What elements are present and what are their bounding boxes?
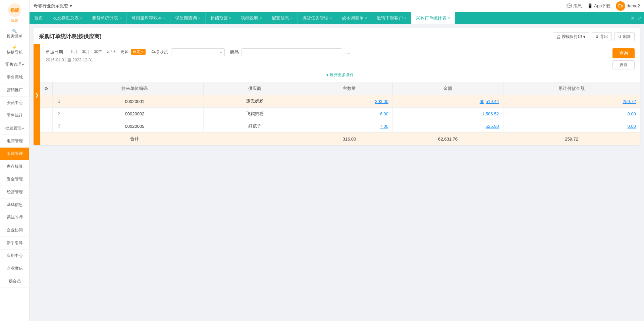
row-supplier: 飞鹤奶粉 xyxy=(203,108,306,120)
row-main-qty[interactable]: 303.00 xyxy=(306,95,393,108)
shortcut-more[interactable]: 更多 xyxy=(119,48,130,55)
template-print-button[interactable]: 🖨 按模板打印 ▾ xyxy=(553,32,589,41)
tab-available-inventory[interactable]: 可用量库存账本 × xyxy=(127,12,170,24)
arrow-icon: ▾ xyxy=(22,126,24,130)
tab-receive-send-summary[interactable]: 收发存汇总表 × xyxy=(48,12,87,24)
sidebar-item-finance-mgmt[interactable]: 资金管理 xyxy=(0,173,29,186)
col-supplier: 供应商 xyxy=(203,82,306,95)
tab-close-available-inventory[interactable]: × xyxy=(163,16,165,20)
row-main-qty[interactable]: 7.00 xyxy=(306,120,393,132)
row-amount[interactable]: 60,519.44 xyxy=(392,95,503,108)
app-download-action[interactable]: 📱 App下载 xyxy=(587,3,610,9)
user-avatar: Ea xyxy=(616,1,625,11)
row-amount[interactable]: 1,586.52 xyxy=(392,108,503,120)
custom-date-tag[interactable]: 自定义 xyxy=(131,49,146,55)
query-button[interactable]: 查询 xyxy=(612,48,635,58)
tab-pick-task[interactable]: 拣货任务管理 × xyxy=(298,12,337,24)
shortcut-this-month[interactable]: 本月 xyxy=(80,48,91,55)
close-all-tabs-button[interactable]: ✕ xyxy=(631,15,635,21)
date-filter-group: 单据日期 上月 本月 本年 近7天 更多 自定义 xyxy=(46,48,146,63)
row-unit-code: 00020002 xyxy=(66,108,204,120)
tab-invite-downstream[interactable]: 邀请下游客户 × xyxy=(372,12,411,24)
goods-input[interactable] xyxy=(241,48,342,56)
tab-overstock-alert[interactable]: 超储预警 × xyxy=(206,12,236,24)
sidebar-item-basic-info[interactable]: 基础信息 xyxy=(0,199,29,211)
username-label: demo2 xyxy=(627,3,640,8)
tab-close-cost-adjust[interactable]: × xyxy=(365,16,367,20)
sidebar-item-member-center[interactable]: 会员中心 xyxy=(0,97,29,109)
sidebar-item-ecommerce-mgmt[interactable]: 电商管理 xyxy=(0,135,29,148)
goods-more-dots[interactable]: ... xyxy=(345,49,352,55)
workspace-dropdown-icon: ▾ xyxy=(70,3,72,8)
sidebar-item-marketing[interactable]: 营销推广 xyxy=(0,84,29,97)
sidebar-item-inventory-check[interactable]: 库存核算 xyxy=(0,160,29,173)
row-settings-cell xyxy=(40,108,53,120)
table-settings-icon[interactable]: ⚙ xyxy=(44,86,48,91)
sidebar-item-label: 库存核算 xyxy=(7,164,23,169)
shortcut-last-7days[interactable]: 近7天 xyxy=(105,48,118,55)
row-amount[interactable]: 525.80 xyxy=(392,120,503,132)
sidebar-item-new-guide[interactable]: 新手引导 xyxy=(0,237,29,250)
table-row[interactable]: 1 00020001 惠氏奶粉 303.00 60,519.44 259.72 xyxy=(40,95,640,108)
sidebar-item-retail-mgmt[interactable]: 零售管理▾ xyxy=(0,58,29,71)
tab-close-function-desc[interactable]: × xyxy=(260,16,262,20)
export-button[interactable]: ⬇ 导出 xyxy=(592,32,612,41)
tab-close-invite-downstream[interactable]: × xyxy=(404,16,406,20)
sidebar-item-retail-shop[interactable]: 零售商城 xyxy=(0,71,29,84)
message-action[interactable]: 💬 消息 xyxy=(567,3,582,9)
footer-cum-payment: 259.72 xyxy=(503,132,640,146)
table-row[interactable]: 3 00020005 好孩子 7.00 525.80 0.00 xyxy=(40,120,640,132)
tab-close-config-info[interactable]: × xyxy=(290,16,292,20)
row-cum-payment[interactable]: 0.00 xyxy=(503,120,640,132)
footer-empty-supplier xyxy=(203,132,306,146)
table-row[interactable]: 2 00020002 飞鹤奶粉 6.00 1,586.52 0.00 xyxy=(40,108,640,120)
sidebar-item-ops-mgmt[interactable]: 经营管理 xyxy=(0,186,29,199)
sidebar-item-enterprise-collab[interactable]: 企业协同 xyxy=(0,224,29,237)
chevron-left-icon: ❯ xyxy=(35,92,39,98)
sidebar-item-label: 企业微信 xyxy=(7,266,23,271)
row-num-cell: 2 xyxy=(53,108,66,120)
sidebar-item-enterprise-wechat[interactable]: 企业微信 xyxy=(0,262,29,275)
refresh-icon: ↺ xyxy=(618,35,622,39)
col-unit-code: 往来单位编码 xyxy=(66,82,204,95)
tab-close-overstock-alert[interactable]: × xyxy=(229,16,231,20)
sidebar-item-system-mgmt[interactable]: 系统管理 xyxy=(0,211,29,224)
sidebar-search-menu[interactable]: 🔍 搜索菜单 xyxy=(0,26,29,42)
tab-close-receive-send-summary[interactable]: × xyxy=(80,16,82,20)
refresh-button[interactable]: ↺ 刷新 xyxy=(614,32,635,41)
workspace-selector[interactable]: 母婴行业演示账套 ▾ xyxy=(34,3,72,9)
row-cum-payment[interactable]: 0.00 xyxy=(503,108,640,120)
sidebar-item-purchase-mgmt[interactable]: 采购管理 xyxy=(0,148,29,160)
tab-config-info[interactable]: 配置信息 × xyxy=(267,12,298,24)
tab-close-expiry-query[interactable]: × xyxy=(198,16,200,20)
tab-close-pick-task[interactable]: × xyxy=(330,16,332,20)
page-title: 采购订单统计表(按供应商) xyxy=(39,33,102,40)
tab-function-desc[interactable]: 功能说明 × xyxy=(236,12,267,24)
sidebar-item-app-center[interactable]: 应用中心 xyxy=(0,250,29,262)
tab-cost-adjust[interactable]: 成本调整单 × xyxy=(337,12,372,24)
tab-close-purchase-order-stats[interactable]: × xyxy=(448,16,450,20)
shortcut-last-month[interactable]: 上月 xyxy=(68,48,79,55)
sidebar-item-vip-member[interactable]: 畅会员 xyxy=(0,275,29,288)
tab-expiry-query[interactable]: 保质期查询 × xyxy=(170,12,205,24)
tab-goods-stats[interactable]: 要货单统计表 × xyxy=(87,12,126,24)
row-num-cell: 3 xyxy=(53,120,66,132)
sidebar-item-wholesale-mgmt[interactable]: 批发管理▾ xyxy=(0,122,29,135)
tab-home[interactable]: 首页 xyxy=(30,12,48,24)
sidebar-item-retail-stats[interactable]: 零售统计 xyxy=(0,109,29,122)
settings-button[interactable]: 设置 xyxy=(612,60,635,69)
sidebar-item-label: 营销推广 xyxy=(7,87,23,93)
maximize-window-button[interactable]: ⤢ xyxy=(637,15,641,21)
tab-purchase-order-stats[interactable]: 采购订单统计表 × xyxy=(411,12,455,24)
expand-more-label: 展开更多条件 xyxy=(330,72,354,78)
user-profile[interactable]: Ea demo2 xyxy=(616,1,640,11)
expand-more-button[interactable]: ▾ 展开更多条件 xyxy=(46,72,635,78)
row-cum-payment[interactable]: 259.72 xyxy=(503,95,640,108)
status-select[interactable] xyxy=(171,48,225,56)
filter-toggle-button[interactable]: ❯ xyxy=(34,44,40,145)
tab-close-goods-stats[interactable]: × xyxy=(119,16,121,20)
row-main-qty[interactable]: 6.00 xyxy=(306,108,393,120)
sidebar-quick-nav[interactable]: ⚡ 快捷导航 xyxy=(0,42,29,58)
sidebar-item-label: 采购管理 xyxy=(7,151,23,157)
shortcut-this-year[interactable]: 本年 xyxy=(93,48,103,55)
